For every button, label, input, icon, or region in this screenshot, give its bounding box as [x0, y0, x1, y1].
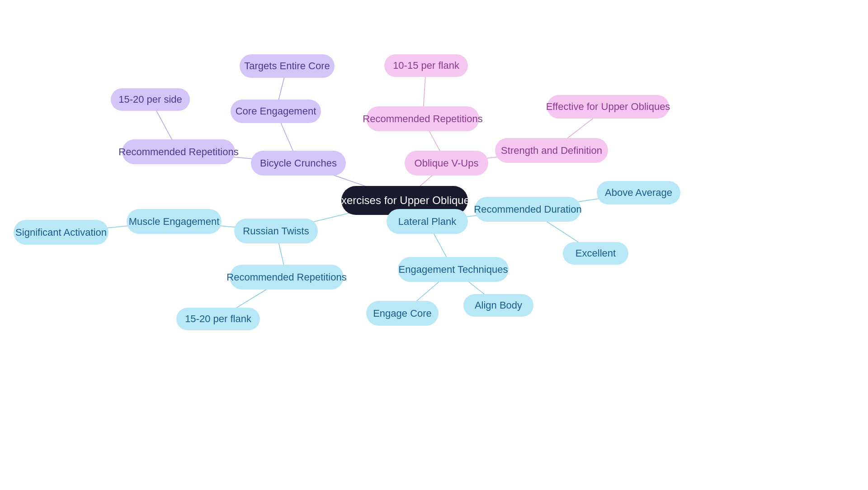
node-label-effective_upper_obliques: Effective for Upper Obliques — [546, 101, 670, 113]
node-label-targets_entire_core: Targets Entire Core — [244, 60, 330, 72]
node-label-align_body: Align Body — [475, 300, 522, 311]
node-targets_entire_core[interactable]: Targets Entire Core — [240, 54, 335, 78]
node-recommended_reps_bicycle[interactable]: Recommended Repetitions — [122, 139, 235, 164]
node-recommended_reps_oblique[interactable]: Recommended Repetitions — [366, 106, 479, 131]
node-engagement_techniques[interactable]: Engagement Techniques — [398, 257, 509, 282]
node-label-per_flank_russian: 15-20 per flank — [185, 313, 251, 325]
node-above_average[interactable]: Above Average — [597, 181, 680, 205]
node-significant_activation[interactable]: Significant Activation — [14, 220, 108, 245]
node-bicycle_crunches[interactable]: Bicycle Crunches — [251, 151, 346, 176]
node-label-muscle_engagement: Muscle Engagement — [129, 216, 220, 228]
node-excellent[interactable]: Excellent — [563, 242, 628, 265]
node-label-recommended_reps_russian: Recommended Repetitions — [226, 271, 346, 283]
node-per_flank_russian[interactable]: 15-20 per flank — [176, 308, 260, 330]
node-strength_definition[interactable]: Strength and Definition — [495, 138, 608, 163]
node-label-core_engagement: Core Engagement — [236, 105, 316, 117]
node-label-russian_twists: Russian Twists — [243, 225, 309, 237]
node-label-excellent: Excellent — [576, 247, 616, 259]
node-lateral_plank[interactable]: Lateral Plank — [387, 209, 468, 234]
node-recommended_duration[interactable]: Recommended Duration — [475, 197, 581, 222]
node-label-recommended_reps_oblique: Recommended Repetitions — [363, 113, 482, 125]
node-label-lateral_plank: Lateral Plank — [398, 216, 456, 228]
node-per_flank_oblique[interactable]: 10-15 per flank — [384, 54, 468, 77]
node-label-recommended_duration: Recommended Duration — [474, 204, 581, 215]
node-label-oblique_vups: Oblique V-Ups — [415, 157, 479, 169]
node-per_side_bicycle[interactable]: 15-20 per side — [111, 88, 190, 111]
node-label-above_average: Above Average — [605, 187, 672, 199]
mindmap-container: Exercises for Upper ObliquesBicycle Crun… — [0, 0, 868, 490]
node-core_engagement[interactable]: Core Engagement — [231, 100, 321, 123]
node-russian_twists[interactable]: Russian Twists — [234, 219, 318, 243]
node-engage_core[interactable]: Engage Core — [366, 301, 439, 326]
node-label-center: Exercises for Upper Obliques — [334, 194, 475, 207]
node-label-bicycle_crunches: Bicycle Crunches — [260, 157, 337, 169]
node-align_body[interactable]: Align Body — [463, 294, 533, 317]
node-label-engagement_techniques: Engagement Techniques — [399, 264, 508, 276]
node-muscle_engagement[interactable]: Muscle Engagement — [127, 209, 222, 234]
node-label-recommended_reps_bicycle: Recommended Repetitions — [118, 146, 238, 158]
node-label-per_flank_oblique: 10-15 per flank — [393, 60, 459, 71]
node-oblique_vups[interactable]: Oblique V-Ups — [405, 151, 488, 176]
node-effective_upper_obliques[interactable]: Effective for Upper Obliques — [547, 95, 669, 119]
node-label-engage_core: Engage Core — [373, 308, 432, 319]
node-recommended_reps_russian[interactable]: Recommended Repetitions — [230, 265, 344, 290]
node-label-per_side_bicycle: 15-20 per side — [118, 94, 182, 105]
node-label-strength_definition: Strength and Definition — [501, 145, 602, 157]
node-label-significant_activation: Significant Activation — [15, 227, 107, 238]
